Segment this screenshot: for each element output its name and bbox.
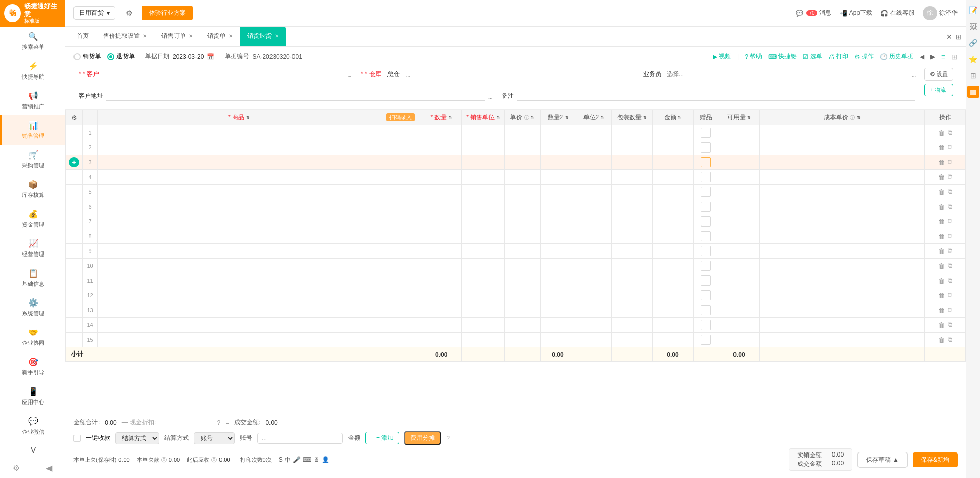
cost-sort-icon[interactable]: ⇅ xyxy=(857,115,861,120)
app-download-item[interactable]: 📲 App下载 xyxy=(840,9,872,17)
keyboard-icon[interactable]: ⌨ xyxy=(303,456,311,463)
help-btn[interactable]: ? 帮助 xyxy=(745,52,762,61)
sidebar-item-system[interactable]: ⚙️ 系统管理 xyxy=(0,293,65,322)
product-cell[interactable] xyxy=(98,199,380,214)
header-gear-button[interactable]: ⚙ xyxy=(121,6,136,20)
amount-cell[interactable] xyxy=(652,199,693,214)
maximize-btn[interactable]: ⊞ xyxy=(955,33,962,41)
available-cell[interactable] xyxy=(719,199,760,214)
delete-row-btn[interactable]: 🗑 xyxy=(938,247,945,255)
amount-cell[interactable] xyxy=(652,244,693,259)
amount-cell[interactable] xyxy=(652,185,693,199)
quantity-cell[interactable] xyxy=(421,244,462,259)
copy-row-btn[interactable]: ⧉ xyxy=(948,129,952,137)
amount-cell[interactable] xyxy=(652,318,693,333)
tab-close-price-setting[interactable]: ✕ xyxy=(143,33,147,39)
quantity2-cell[interactable] xyxy=(540,185,576,199)
copy-row-btn[interactable]: ⧉ xyxy=(948,143,952,152)
unit2-cell[interactable] xyxy=(576,155,611,170)
pack-qty-cell[interactable] xyxy=(611,244,652,259)
radio-return[interactable]: 退货单 xyxy=(107,52,135,61)
right-panel-star[interactable]: ⭐ xyxy=(967,53,979,65)
unit2-cell[interactable] xyxy=(576,318,611,333)
pack-qty-cell[interactable] xyxy=(611,125,652,140)
tab-close-sales-order[interactable]: ✕ xyxy=(189,33,193,39)
discount-input[interactable] xyxy=(161,419,212,426)
gift-cell[interactable] xyxy=(693,214,719,229)
shortcut-btn[interactable]: ⌨ 快捷键 xyxy=(768,52,797,61)
unit-cell[interactable] xyxy=(462,229,504,244)
tab-price-setting[interactable]: 售价提取设置 ✕ xyxy=(96,27,154,46)
quantity-cell[interactable] xyxy=(421,303,462,318)
available-cell[interactable] xyxy=(719,303,760,318)
right-panel-link[interactable]: 🔗 xyxy=(967,37,979,49)
sidebar-item-search[interactable]: 🔍 搜索菜单 xyxy=(0,27,65,56)
product-cell[interactable] xyxy=(98,288,380,303)
product-cell[interactable] xyxy=(98,333,380,347)
pack-qty-cell[interactable] xyxy=(611,259,652,273)
gift-checkbox[interactable] xyxy=(701,335,711,345)
available-cell[interactable] xyxy=(719,125,760,140)
amount-cell[interactable] xyxy=(652,303,693,318)
cost-price-cell[interactable] xyxy=(760,199,924,214)
customer-dots-btn[interactable]: ... xyxy=(347,70,351,79)
gift-checkbox[interactable] xyxy=(701,128,711,138)
quantity-cell[interactable] xyxy=(421,185,462,199)
tab-sales-order[interactable]: 销售订单 ✕ xyxy=(154,27,200,46)
experience-button[interactable]: 体验行业方案 xyxy=(142,6,193,20)
price-cell[interactable] xyxy=(504,288,540,303)
th-settings[interactable]: ⚙ xyxy=(66,110,83,125)
cost-price-cell[interactable] xyxy=(760,244,924,259)
save-draft-button[interactable]: 保存草稿 ▲ xyxy=(857,452,908,468)
account-input[interactable] xyxy=(257,433,343,444)
available-sort-icon[interactable]: ⇅ xyxy=(747,115,751,120)
gift-cell[interactable] xyxy=(693,125,719,140)
mic-icon[interactable]: 🎤 xyxy=(293,456,301,463)
screen-icon[interactable]: 🖥 xyxy=(313,456,320,463)
tab-sales-delivery[interactable]: 销货单 ✕ xyxy=(200,27,240,46)
pack-qty-cell[interactable] xyxy=(611,170,652,185)
unit2-cell[interactable] xyxy=(576,244,611,259)
sidebar-item-marketing[interactable]: 📢 营销推广 xyxy=(0,86,65,115)
amount-cell[interactable] xyxy=(652,214,693,229)
price-cell[interactable] xyxy=(504,140,540,155)
unit-cell[interactable] xyxy=(462,185,504,199)
gift-checkbox[interactable] xyxy=(701,216,711,227)
quantity-cell[interactable] xyxy=(421,333,462,347)
cost-price-cell[interactable] xyxy=(760,229,924,244)
pack-qty-cell[interactable] xyxy=(611,303,652,318)
unit2-cell[interactable] xyxy=(576,259,611,273)
quantity2-cell[interactable] xyxy=(540,273,576,288)
delete-row-btn[interactable]: 🗑 xyxy=(938,129,945,137)
quantity-cell[interactable] xyxy=(421,125,462,140)
quantity2-cell[interactable] xyxy=(540,199,576,214)
delete-row-btn[interactable]: 🗑 xyxy=(938,144,945,152)
price-cell[interactable] xyxy=(504,185,540,199)
gift-cell[interactable] xyxy=(693,318,719,333)
quantity-cell[interactable] xyxy=(421,273,462,288)
delete-row-btn[interactable]: 🗑 xyxy=(938,188,945,196)
available-cell[interactable] xyxy=(719,229,760,244)
unit2-cell[interactable] xyxy=(576,185,611,199)
available-cell[interactable] xyxy=(719,214,760,229)
price-sort-icon[interactable]: ⇅ xyxy=(531,115,534,120)
delete-row-btn[interactable]: 🗑 xyxy=(938,336,945,344)
pack-qty-cell[interactable] xyxy=(611,140,652,155)
sidebar-item-quick-nav[interactable]: ⚡ 快捷导航 xyxy=(0,56,65,86)
copy-row-btn[interactable]: ⧉ xyxy=(948,188,952,196)
available-cell[interactable] xyxy=(719,333,760,347)
gift-cell[interactable] xyxy=(693,170,719,185)
unit-cell[interactable] xyxy=(462,155,504,170)
sidebar-item-newbie[interactable]: 🎯 新手引导 xyxy=(0,352,65,382)
sidebar-item-vip[interactable]: V 畅会员 xyxy=(0,441,65,458)
tab-close-sales-return[interactable]: ✕ xyxy=(275,33,279,39)
unit-cell[interactable] xyxy=(462,259,504,273)
gift-cell[interactable] xyxy=(693,229,719,244)
copy-row-btn[interactable]: ⧉ xyxy=(948,306,952,314)
amount-cell[interactable] xyxy=(652,273,693,288)
gift-checkbox[interactable] xyxy=(701,305,711,315)
next-icon[interactable]: ▶ xyxy=(930,53,935,60)
product-cell[interactable] xyxy=(98,125,380,140)
gift-checkbox[interactable] xyxy=(701,187,711,197)
tab-home[interactable]: 首页 xyxy=(69,27,96,46)
